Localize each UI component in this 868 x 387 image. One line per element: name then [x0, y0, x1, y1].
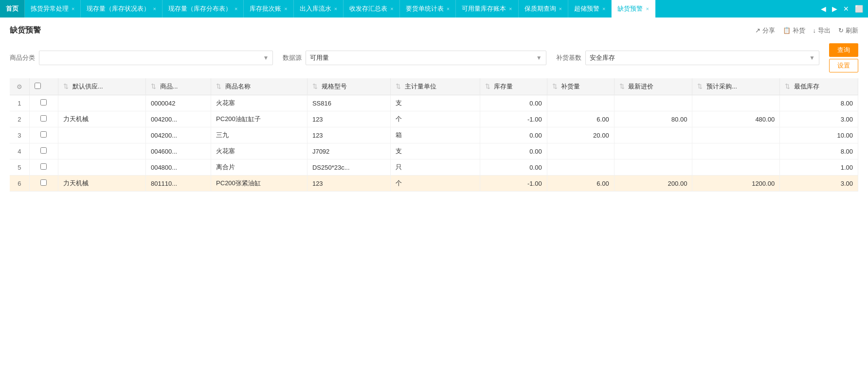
close-tab-inout-flow[interactable]: × — [334, 6, 337, 12]
cell-latest-price — [614, 143, 692, 159]
tab-shortage[interactable]: 缺货预警 × — [612, 0, 655, 18]
table-container: ⚙ ⇅ 默认供应... ⇅ 商品... ⇅ 商品名称 — [10, 78, 858, 192]
datasource-select[interactable]: 可用量 ▼ — [306, 51, 546, 65]
nav-next-button[interactable]: ▶ — [829, 3, 840, 15]
cell-stock-qty: 0.00 — [480, 127, 547, 143]
cell-min-stock: 3.00 — [780, 176, 858, 192]
cell-spec: 123 — [307, 111, 390, 127]
settings-button[interactable]: 设置 — [829, 59, 858, 72]
cell-default-supplier: 力天机械 — [58, 176, 146, 192]
tab-abnormal[interactable]: 拣货异常处理 × — [25, 0, 81, 18]
th-unit[interactable]: ⇅ 主计量单位 — [391, 78, 480, 95]
nav-close-button[interactable]: ✕ — [840, 3, 852, 15]
replenish-icon: 📋 — [783, 27, 791, 34]
tab-expiry-query[interactable]: 保质期查询 × — [519, 0, 568, 18]
tab-available-ledger[interactable]: 可用量库存账本 × — [456, 0, 518, 18]
th-checkbox — [29, 78, 58, 95]
row-checkbox[interactable] — [40, 99, 47, 106]
row-number: 3 — [10, 127, 29, 143]
close-tab-stock-status[interactable]: × — [153, 6, 156, 12]
cell-unit: 箱 — [391, 127, 480, 143]
category-select[interactable]: ▼ — [39, 51, 273, 65]
sort-est-purchase-icon: ⇅ — [697, 83, 703, 90]
th-settings[interactable]: ⚙ — [10, 78, 29, 95]
row-checkbox[interactable] — [40, 115, 47, 122]
replenish-base-dropdown-icon: ▼ — [809, 54, 815, 61]
th-est-purchase[interactable]: ⇅ 预计采购... — [692, 78, 780, 95]
tab-expiry-query-label: 保质期查询 — [524, 4, 556, 13]
nav-maximize-button[interactable]: ⬜ — [852, 3, 866, 15]
cell-min-stock: 1.00 — [780, 159, 858, 176]
close-tab-demand-stat[interactable]: × — [447, 6, 450, 12]
cell-default-supplier — [58, 143, 146, 159]
cell-spec: 123 — [307, 127, 390, 143]
query-button[interactable]: 查询 — [829, 43, 858, 57]
th-min-stock[interactable]: ⇅ 最低库存 — [780, 78, 858, 95]
row-checkbox[interactable] — [40, 147, 47, 154]
sort-product-name-icon: ⇅ — [216, 83, 221, 90]
th-default-supplier[interactable]: ⇅ 默认供应... — [58, 78, 146, 95]
cell-est-purchase: 480.00 — [692, 111, 780, 127]
close-tab-expiry-query[interactable]: × — [559, 6, 562, 12]
tab-inout-flow[interactable]: 出入库流水 × — [294, 0, 344, 18]
settings-gear-icon[interactable]: ⚙ — [17, 83, 22, 90]
replenish-button[interactable]: 📋 补货 — [783, 26, 805, 35]
close-tab-overstock[interactable]: × — [602, 6, 605, 12]
cell-latest-price — [614, 127, 692, 143]
row-checkbox[interactable] — [40, 179, 47, 186]
th-latest-price[interactable]: ⇅ 最新进价 — [614, 78, 692, 95]
replenish-base-select[interactable]: 安全库存 ▼ — [585, 51, 819, 65]
page-header: 缺货预警 ↗ 分享 📋 补货 ↓ 导出 ↻ 刷新 — [10, 25, 858, 35]
datasource-dropdown-icon: ▼ — [536, 54, 542, 61]
sort-product-code-icon: ⇅ — [151, 83, 156, 90]
row-checkbox-cell — [29, 95, 58, 111]
tab-stock-dist[interactable]: 现存量（库存分布表） × — [163, 0, 244, 18]
cell-unit: 支 — [391, 143, 480, 159]
row-number: 1 — [10, 95, 29, 111]
refresh-button[interactable]: ↻ 刷新 — [838, 26, 858, 35]
row-number: 5 — [10, 159, 29, 176]
tab-home[interactable]: 首页 — [0, 0, 25, 18]
close-tab-stock-dist[interactable]: × — [235, 6, 237, 12]
tab-batch-account[interactable]: 库存批次账 × — [244, 0, 293, 18]
close-tab-batch-account[interactable]: × — [284, 6, 287, 12]
cell-stock-qty: 0.00 — [480, 95, 547, 111]
select-all-checkbox[interactable] — [35, 83, 41, 89]
close-tab-shortage[interactable]: × — [646, 6, 649, 12]
th-spec[interactable]: ⇅ 规格型号 — [307, 78, 390, 95]
cell-replenish-qty — [547, 95, 614, 111]
tab-batch-account-label: 库存批次账 — [250, 4, 281, 13]
cell-unit: 支 — [391, 95, 480, 111]
category-filter-group: 商品分类 ▼ — [10, 51, 273, 65]
tab-shortage-label: 缺货预警 — [617, 4, 643, 13]
row-number: 2 — [10, 111, 29, 127]
row-checkbox[interactable] — [40, 163, 47, 170]
th-stock-qty[interactable]: ⇅ 库存量 — [480, 78, 547, 95]
th-product-name[interactable]: ⇅ 商品名称 — [211, 78, 307, 95]
close-tab-abnormal[interactable]: × — [72, 6, 74, 12]
row-number: 6 — [10, 176, 29, 192]
filter-actions: 查询 设置 — [829, 43, 858, 72]
tab-overstock[interactable]: 超储预警 × — [568, 0, 612, 18]
tab-collect-summary[interactable]: 收发存汇总表 × — [344, 0, 399, 18]
tab-demand-stat[interactable]: 要货单统计表 × — [400, 0, 456, 18]
row-checkbox[interactable] — [40, 131, 47, 138]
th-product-code[interactable]: ⇅ 商品... — [145, 78, 211, 95]
cell-est-purchase — [692, 159, 780, 176]
share-button[interactable]: ↗ 分享 — [755, 26, 775, 35]
cell-replenish-qty: 20.00 — [547, 127, 614, 143]
row-number: 4 — [10, 143, 29, 159]
tab-stock-status[interactable]: 现存量（库存状况表） × — [81, 0, 162, 18]
cell-replenish-qty — [547, 159, 614, 176]
export-button[interactable]: ↓ 导出 — [813, 26, 831, 35]
table-row: 10000042火花塞SS816支0.008.00 — [10, 95, 858, 111]
cell-min-stock: 10.00 — [780, 127, 858, 143]
nav-prev-button[interactable]: ◀ — [818, 3, 829, 15]
cell-product-code: 004200... — [145, 127, 211, 143]
datasource-select-value: 可用量 — [310, 53, 329, 62]
tab-demand-stat-label: 要货单统计表 — [406, 4, 444, 13]
th-replenish-qty[interactable]: ⇅ 补货量 — [547, 78, 614, 95]
export-label: 导出 — [818, 26, 831, 35]
close-tab-available-ledger[interactable]: × — [509, 6, 512, 12]
close-tab-collect-summary[interactable]: × — [390, 6, 393, 12]
